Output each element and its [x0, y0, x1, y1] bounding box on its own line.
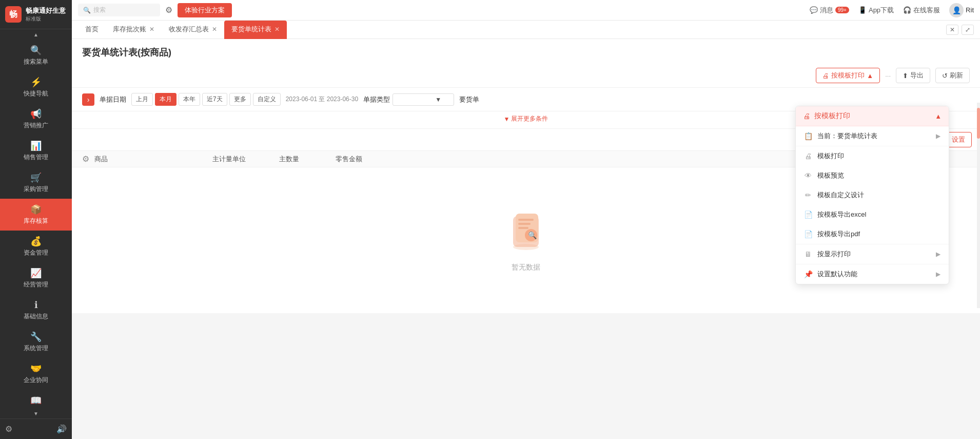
operation-icon: 📈 — [30, 268, 42, 279]
sidebar-item-finance[interactable]: 💰 资金管理 — [0, 231, 72, 262]
sidebar-scroll-up[interactable]: ▲ — [0, 29, 72, 40]
settings-icon[interactable]: ⚙ — [5, 424, 12, 434]
template-custom-item[interactable]: ✏ 模板自定义设计 — [796, 185, 949, 205]
chevron-right-icon: ▶ — [936, 251, 940, 258]
sidebar: 畅 畅康通好生意 标准版 ▲ 🔍 搜索菜单 ⚡ 快捷导航 📢 营销推广 📊 销售… — [0, 0, 72, 439]
expand-window-btn[interactable]: ⤢ — [962, 25, 974, 35]
date-btn-custom[interactable]: 自定义 — [253, 93, 281, 106]
template-preview-item[interactable]: 👁 模板预览 — [796, 166, 949, 185]
dropdown-current-template: 📋 当前：要货单统计表 ▶ — [796, 126, 949, 146]
template-excel-item[interactable]: 📄 按模板导出excel — [796, 205, 949, 224]
online-service-item[interactable]: 🎧 在线客服 — [903, 6, 940, 15]
printer-icon: 🖨 — [822, 72, 829, 80]
sidebar-item-purchase[interactable]: 🛒 采购管理 — [0, 167, 72, 199]
expand-btn[interactable]: ▼ 展开更多条件 — [504, 114, 548, 123]
refresh-icon: ↺ — [942, 72, 948, 80]
date-btn-more[interactable]: 更多 — [229, 93, 251, 106]
message-icon: 💬 — [810, 6, 818, 14]
sidebar-item-guide[interactable]: 📖 新手引导 — [0, 390, 72, 408]
template-print-btn[interactable]: 🖨 按模板打印 ▲ — [816, 68, 880, 83]
set-default-item[interactable]: 📌 设置默认功能 ▶ — [796, 264, 949, 284]
template-pdf-item[interactable]: 📄 按模板导出pdf — [796, 224, 949, 244]
sidebar-item-marketing[interactable]: 📢 营销推广 — [0, 103, 72, 135]
sidebar-item-basic[interactable]: ℹ 基础信息 — [0, 294, 72, 326]
tab-receipt-summary[interactable]: 收发存汇总表 ✕ — [162, 21, 224, 39]
quick-nav-icon: ⚡ — [30, 77, 42, 88]
current-template-label: 当前：要货单统计表 — [817, 131, 877, 141]
column-settings-icon[interactable]: ⚙ — [82, 154, 89, 164]
system-icon: 🔧 — [30, 331, 42, 342]
sidebar-item-inventory[interactable]: 📦 库存核算 — [0, 199, 72, 231]
experience-btn[interactable]: 体验行业方案 — [178, 3, 232, 17]
dots-btn[interactable]: ··· — [885, 72, 891, 80]
date-range: 2023-06-01 至 2023-06-30 — [286, 95, 358, 104]
display-print-label: 按显示打印 — [817, 250, 851, 259]
tab-inventory-batch[interactable]: 库存批次账 ✕ — [106, 21, 162, 39]
sales-icon: 📊 — [30, 140, 42, 151]
sidebar-item-collab[interactable]: 🤝 企业协同 — [0, 358, 72, 390]
sidebar-item-sales[interactable]: 📊 销售管理 — [0, 135, 72, 167]
close-window-btn[interactable]: ✕ — [946, 25, 958, 35]
guide-icon: 📖 — [30, 395, 42, 406]
sidebar-item-label: 营销推广 — [24, 121, 48, 130]
export-btn[interactable]: ⬆ 导出 — [896, 68, 930, 83]
sidebar-item-label: 系统管理 — [24, 344, 48, 353]
tab-order-stats[interactable]: 要货单统计表 ✕ — [224, 21, 287, 39]
topbar-right: 💬 消息 99+ 📱 App下载 🎧 在线客服 👤 Rit — [810, 3, 974, 17]
sidebar-item-system[interactable]: 🔧 系统管理 — [0, 326, 72, 358]
content-toolbar: 🖨 按模板打印 ▲ ··· ⬆ 导出 ↺ 刷新 — [72, 64, 980, 88]
right-scrollbar[interactable] — [977, 103, 980, 308]
empty-text: 暂无数据 — [512, 263, 540, 272]
col-header-product: 商品 — [94, 155, 207, 164]
order-type-label: 单据类型 — [363, 95, 390, 104]
col-header-qty: 主数量 — [279, 155, 330, 164]
page-title: 要货单统计表(按商品) — [82, 47, 171, 58]
dropdown-title-text: 按模板打印 — [814, 111, 850, 121]
inventory-icon: 📦 — [30, 204, 42, 215]
user-profile[interactable]: 👤 Rit — [949, 3, 974, 17]
close-icon[interactable]: ✕ — [275, 26, 280, 33]
app-download-item[interactable]: 📱 App下载 — [858, 6, 894, 15]
refresh-btn[interactable]: ↺ 刷新 — [935, 68, 970, 83]
sidebar-nav: 🔍 搜索菜单 ⚡ 快捷导航 📢 营销推广 📊 销售管理 🛒 采购管理 📦 库存核… — [0, 40, 72, 408]
sidebar-item-label: 经营管理 — [24, 280, 48, 289]
printer-icon: 🖨 — [804, 152, 812, 160]
finance-icon: 💰 — [30, 236, 42, 247]
order-type-select[interactable]: ▼ — [393, 93, 454, 106]
close-icon[interactable]: ✕ — [212, 26, 217, 33]
tab-home[interactable]: 首页 — [78, 21, 106, 39]
avatar-icon: 👤 — [952, 6, 961, 14]
filter-expand-arrow[interactable]: › — [82, 93, 94, 106]
template-print-item[interactable]: 🖨 模板打印 — [796, 146, 949, 166]
date-btn-this-month[interactable]: 本月 — [155, 93, 177, 106]
dropdown-header[interactable]: 🖨 按模板打印 ▲ — [796, 106, 949, 126]
sound-icon[interactable]: 🔊 — [56, 424, 67, 434]
template-print-label: 按模板打印 — [831, 71, 865, 80]
gear-icon[interactable]: ⚙ — [165, 5, 172, 15]
svg-rect-5 — [518, 227, 528, 229]
topbar-search[interactable]: 🔍 搜索 — [78, 4, 160, 16]
message-item[interactable]: 💬 消息 99+ — [810, 6, 849, 15]
current-template-item[interactable]: 📋 当前：要货单统计表 ▶ — [796, 126, 949, 146]
preview-icon: 👁 — [804, 171, 812, 180]
dropdown-title: 🖨 按模板打印 — [803, 111, 850, 121]
sidebar-bottom: ⚙ 🔊 — [0, 418, 72, 439]
order-type-filter: 单据类型 ▼ — [363, 93, 454, 106]
close-icon[interactable]: ✕ — [149, 26, 154, 33]
sidebar-item-search[interactable]: 🔍 搜索菜单 — [0, 40, 72, 71]
display-print-item[interactable]: 🖥 按显示打印 ▶ — [796, 244, 949, 264]
sidebar-item-label: 销售管理 — [24, 153, 48, 162]
sidebar-item-quick-nav[interactable]: ⚡ 快捷导航 — [0, 71, 72, 103]
date-btn-last-month[interactable]: 上月 — [131, 93, 153, 106]
pdf-icon: 📄 — [804, 230, 812, 238]
sidebar-item-operation[interactable]: 📈 经营管理 — [0, 262, 72, 294]
app-logo: 畅 畅康通好生意 标准版 — [0, 0, 72, 29]
scrollbar-thumb[interactable] — [977, 108, 980, 139]
order-product-filter: 要货单 — [459, 95, 479, 104]
date-btn-7days[interactable]: 近7天 — [202, 93, 227, 106]
date-btn-this-year[interactable]: 本年 — [179, 93, 200, 106]
display-print-icon: 🖥 — [804, 250, 812, 258]
template-pdf-label: 按模板导出pdf — [817, 230, 860, 239]
sidebar-scroll-down[interactable]: ▼ — [0, 408, 72, 418]
search-nav-icon: 🔍 — [30, 45, 42, 56]
